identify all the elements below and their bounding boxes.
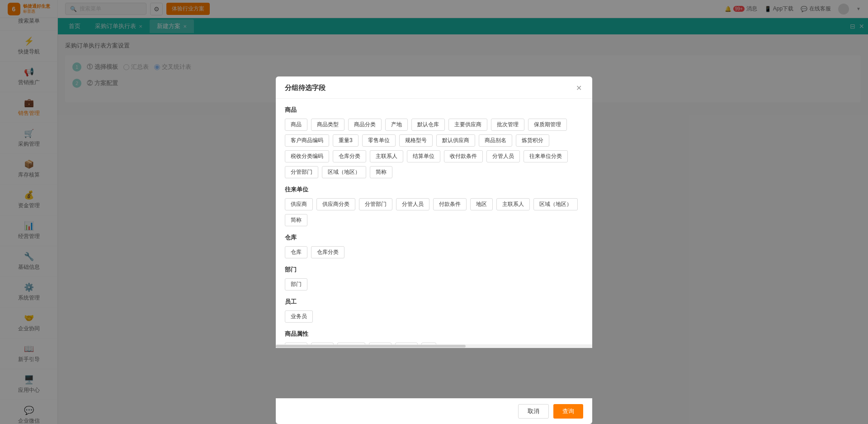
field-tag-partner-8[interactable]: 简称 bbox=[285, 214, 307, 226]
field-tag-employee-0[interactable]: 业务员 bbox=[285, 310, 313, 323]
field-tag-goods-12[interactable]: 默认供应商 bbox=[436, 134, 475, 147]
field-tags-goods: 商品商品类型商品分类产地默认仓库主要供应商批次管理保质期管理客户商品编码重量3零… bbox=[285, 119, 583, 178]
modal-horizontal-scrollbar[interactable] bbox=[276, 344, 592, 348]
field-tag-department-0[interactable]: 部门 bbox=[285, 278, 307, 291]
modal-overlay: 分组待选字段 ✕ 商品商品商品类型商品分类产地默认仓库主要供应商批次管理保质期管… bbox=[0, 0, 868, 424]
field-tag-goods-7[interactable]: 保质期管理 bbox=[528, 119, 567, 131]
field-section-partner: 往来单位供应商供应商分类分管部门分管人员付款条件地区主联系人区域（地区）简称 bbox=[285, 186, 583, 226]
field-tag-warehouse-0[interactable]: 仓库 bbox=[285, 246, 307, 258]
field-tag-goods-10[interactable]: 零售单位 bbox=[362, 134, 396, 147]
field-tag-goods-4[interactable]: 默认仓库 bbox=[411, 119, 445, 131]
field-tag-goods-18[interactable]: 结算单位 bbox=[407, 150, 440, 162]
field-tag-goods-1[interactable]: 商品类型 bbox=[311, 119, 344, 131]
field-tag-goods-19[interactable]: 收付款条件 bbox=[444, 150, 483, 162]
field-tag-goods-9[interactable]: 重量3 bbox=[333, 134, 359, 147]
field-tag-warehouse-1[interactable]: 仓库分类 bbox=[311, 246, 344, 258]
field-tag-goods-14[interactable]: 炼货积分 bbox=[516, 134, 549, 147]
modal-header: 分组待选字段 ✕ bbox=[276, 76, 592, 99]
modal-dialog: 分组待选字段 ✕ 商品商品商品类型商品分类产地默认仓库主要供应商批次管理保质期管… bbox=[276, 76, 592, 348]
field-section-employee: 员工业务员 bbox=[285, 298, 583, 323]
field-tag-partner-4[interactable]: 付款条件 bbox=[433, 198, 467, 210]
field-tag-goods-2[interactable]: 商品分类 bbox=[348, 119, 382, 131]
confirm-button[interactable]: 查询 bbox=[553, 404, 583, 419]
field-tag-goods-6[interactable]: 批次管理 bbox=[491, 119, 524, 131]
field-section-goods: 商品商品商品类型商品分类产地默认仓库主要供应商批次管理保质期管理客户商品编码重量… bbox=[285, 106, 583, 178]
field-tag-goods-17[interactable]: 主联系人 bbox=[370, 150, 403, 162]
field-tags-partner: 供应商供应商分类分管部门分管人员付款条件地区主联系人区域（地区）简称 bbox=[285, 198, 583, 226]
modal-title: 分组待选字段 bbox=[285, 84, 326, 92]
field-tags-employee: 业务员 bbox=[285, 310, 583, 323]
cancel-button[interactable]: 取消 bbox=[518, 404, 549, 419]
field-tag-goods-8[interactable]: 客户商品编码 bbox=[285, 134, 329, 147]
field-tag-goods-5[interactable]: 主要供应商 bbox=[448, 119, 487, 131]
field-tag-goods-0[interactable]: 商品 bbox=[285, 119, 307, 131]
field-tag-goods-23[interactable]: 区域（地区） bbox=[322, 166, 366, 178]
section-title-department: 部门 bbox=[285, 266, 583, 274]
field-tag-goods-15[interactable]: 税收分类编码 bbox=[285, 150, 329, 162]
field-tag-goods-20[interactable]: 分管人员 bbox=[486, 150, 520, 162]
field-section-product_attr: 商品属性属性颜色多规格尺码鞋码1 bbox=[285, 330, 583, 344]
section-title-goods: 商品 bbox=[285, 106, 583, 114]
section-title-warehouse: 仓库 bbox=[285, 233, 583, 242]
field-section-warehouse: 仓库仓库仓库分类 bbox=[285, 233, 583, 258]
field-tag-goods-3[interactable]: 产地 bbox=[385, 119, 408, 131]
field-tag-partner-6[interactable]: 主联系人 bbox=[496, 198, 530, 210]
field-tag-partner-0[interactable]: 供应商 bbox=[285, 198, 313, 210]
field-tag-goods-24[interactable]: 简称 bbox=[370, 166, 392, 178]
section-title-employee: 员工 bbox=[285, 298, 583, 306]
field-tag-partner-2[interactable]: 分管部门 bbox=[359, 198, 392, 210]
field-tag-partner-1[interactable]: 供应商分类 bbox=[316, 198, 355, 210]
modal-close-button[interactable]: ✕ bbox=[574, 84, 583, 93]
field-tag-goods-22[interactable]: 分管部门 bbox=[285, 166, 318, 178]
field-tag-goods-13[interactable]: 商品别名 bbox=[479, 134, 512, 147]
field-tag-partner-5[interactable]: 地区 bbox=[470, 198, 493, 210]
field-tag-goods-21[interactable]: 往来单位分类 bbox=[524, 150, 568, 162]
modal-footer: 取消 查询 bbox=[276, 398, 592, 424]
field-tag-goods-16[interactable]: 仓库分类 bbox=[333, 150, 366, 162]
horizontal-scrollbar-thumb bbox=[276, 345, 466, 348]
modal-body[interactable]: 商品商品商品类型商品分类产地默认仓库主要供应商批次管理保质期管理客户商品编码重量… bbox=[276, 99, 592, 344]
field-tag-partner-3[interactable]: 分管人员 bbox=[396, 198, 429, 210]
section-title-product_attr: 商品属性 bbox=[285, 330, 583, 338]
field-tag-goods-11[interactable]: 规格型号 bbox=[399, 134, 433, 147]
field-tags-department: 部门 bbox=[285, 278, 583, 291]
section-title-partner: 往来单位 bbox=[285, 186, 583, 194]
field-tags-warehouse: 仓库仓库分类 bbox=[285, 246, 583, 258]
field-tag-partner-7[interactable]: 区域（地区） bbox=[533, 198, 578, 210]
field-section-department: 部门部门 bbox=[285, 266, 583, 291]
